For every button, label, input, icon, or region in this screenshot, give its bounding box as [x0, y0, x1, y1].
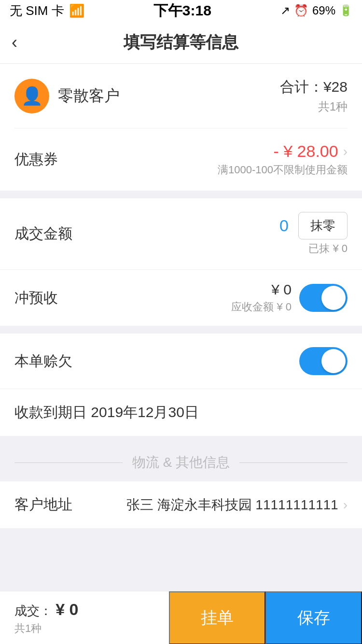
address-label: 客户地址	[14, 495, 72, 515]
bottom-deal-row: 成交： ¥ 0	[14, 600, 154, 619]
customer-card: 👤 零散客户 合计：¥28 共1种 优惠券 - ¥ 28.00 › 满1000-…	[0, 64, 362, 191]
address-chevron-icon: ›	[343, 497, 348, 513]
status-bar: 无 SIM 卡 📶 下午3:18 ↗ ⏰ 69% 🔋	[0, 0, 362, 21]
bottom-deal-amount: ¥ 0	[56, 600, 78, 618]
coupon-discount: - ¥ 28.00	[273, 142, 338, 161]
logistics-divider-left	[14, 462, 123, 463]
address-row[interactable]: 客户地址 张三 海淀永丰科技园 11111111111 ›	[0, 481, 362, 528]
coupon-desc: 满1000-100不限制使用金额	[218, 163, 348, 177]
due-date-row: 收款到期日 2019年12月30日	[0, 389, 362, 436]
customer-left: 👤 零散客户	[14, 79, 120, 113]
due-date-text: 收款到期日 2019年12月30日	[14, 404, 199, 420]
logistics-section-header: 物流 & 其他信息	[0, 444, 362, 481]
content: 👤 零散客户 合计：¥28 共1种 优惠券 - ¥ 28.00 › 满1000-…	[0, 64, 362, 586]
alarm-icon: ⏰	[294, 4, 308, 17]
coupon-label: 优惠券	[14, 150, 58, 169]
section-gap-2	[0, 436, 362, 444]
coupon-right-block: - ¥ 28.00 › 满1000-100不限制使用金额	[218, 142, 348, 177]
arrears-label: 本单赊欠	[14, 351, 72, 371]
page-title: 填写结算等信息	[124, 31, 238, 54]
advance-payment-right: ¥ 0 应收金额 ¥ 0	[231, 281, 348, 314]
coupon-row[interactable]: 优惠券 - ¥ 28.00 › 满1000-100不限制使用金额	[0, 128, 362, 191]
due-date-label: 收款到期日	[14, 404, 87, 420]
advance-amount-block: ¥ 0 应收金额 ¥ 0	[231, 281, 292, 314]
arrears-toggle[interactable]	[299, 347, 348, 375]
customer-row: 👤 零散客户 合计：¥28 共1种	[0, 64, 362, 128]
nav-bar: ‹ 填写结算等信息	[0, 21, 362, 64]
deal-amount-row: 成交金额 0 抹零 已抹 ¥ 0	[0, 198, 362, 270]
transaction-card: 成交金额 0 抹零 已抹 ¥ 0 冲预收 ¥ 0 应收金额 ¥ 0	[0, 198, 362, 326]
bottom-deal-label: 成交：	[14, 603, 52, 618]
chevron-right-icon: ›	[343, 144, 348, 159]
deal-amount-value[interactable]: 0	[269, 216, 289, 235]
total-count: 共1种	[280, 99, 348, 114]
battery-level: 69%	[312, 4, 335, 17]
round-off-button[interactable]: 抹零	[298, 212, 348, 239]
section-gap-1	[0, 326, 362, 334]
avatar-icon: 👤	[21, 86, 43, 106]
deal-amount-right: 0 抹零 已抹 ¥ 0	[269, 212, 348, 256]
bottom-count: 共1种	[14, 621, 154, 636]
bottom-bar: 成交： ¥ 0 共1种 挂单 保存	[0, 591, 362, 644]
total-amount: 合计：¥28	[280, 77, 348, 97]
address-value: 张三 海淀永丰科技园 11111111111	[87, 496, 338, 514]
advance-payment-toggle[interactable]	[299, 284, 348, 312]
advance-sub: 应收金额 ¥ 0	[231, 300, 292, 314]
toggle-knob	[321, 286, 346, 310]
location-icon: ↗	[280, 4, 290, 17]
deal-amount-label: 成交金额	[14, 224, 72, 244]
hang-order-button[interactable]: 挂单	[169, 591, 265, 644]
arrears-card: 本单赊欠 收款到期日 2019年12月30日	[0, 334, 362, 436]
wifi-icon: 📶	[69, 3, 84, 18]
battery-icon: 🔋	[339, 4, 352, 17]
status-left: 无 SIM 卡 📶	[10, 2, 84, 19]
logistics-divider-right	[239, 462, 348, 463]
arrears-row: 本单赊欠	[0, 334, 362, 389]
status-right: ↗ ⏰ 69% 🔋	[280, 4, 352, 17]
avatar: 👤	[14, 79, 49, 113]
due-date-value: 2019年12月30日	[91, 404, 198, 420]
bottom-info: 成交： ¥ 0 共1种	[0, 600, 169, 636]
sim-status: 无 SIM 卡	[10, 2, 64, 19]
advance-payment-label: 冲预收	[14, 288, 58, 308]
customer-name: 零散客户	[58, 85, 120, 107]
arrears-toggle-knob	[321, 349, 346, 373]
status-time: 下午3:18	[153, 1, 211, 21]
deal-amount-note: 已抹 ¥ 0	[269, 241, 348, 256]
advance-amount: ¥ 0	[231, 281, 292, 298]
logistics-label: 物流 & 其他信息	[123, 453, 239, 472]
back-button[interactable]: ‹	[12, 32, 17, 53]
customer-right: 合计：¥28 共1种	[280, 77, 348, 114]
advance-payment-row: 冲预收 ¥ 0 应收金额 ¥ 0	[0, 270, 362, 326]
save-button[interactable]: 保存	[265, 591, 362, 644]
